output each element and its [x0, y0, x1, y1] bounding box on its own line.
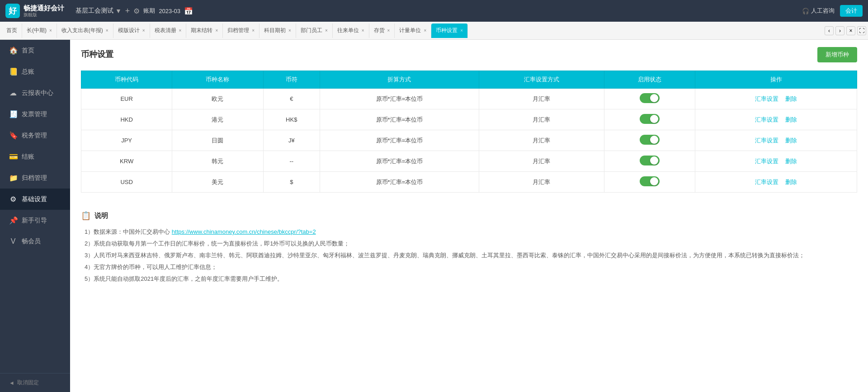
tab-fullscreen-button[interactable]: ⛶ [857, 26, 866, 35]
toggle-track-0 [640, 93, 660, 103]
sidebar-item-tax[interactable]: 🔖 税务管理 [0, 125, 70, 146]
tab-close-icon[interactable]: × [106, 28, 108, 33]
tabbar: 首页 长(中期) × 收入支出表(年报) × 模版设计 × 税表清册 × 期末结… [0, 22, 868, 40]
tab-inventory[interactable]: 存货 × [369, 24, 395, 38]
cell-code-0: EUR [81, 89, 172, 109]
chinamoney-link[interactable]: https://www.chinamoney.com.cn/chinese/bk… [172, 228, 316, 235]
table-row: KRW 韩元 -- 原币*汇率=本位币 月汇率 汇率设置 删除 [81, 151, 857, 172]
tab-close-icon[interactable]: × [424, 28, 426, 33]
delete-link-2[interactable]: 删除 [785, 137, 797, 144]
guide-icon: 📌 [9, 216, 17, 225]
currency-table: 币种代码 币种名称 币符 折算方式 汇率设置方式 启用状态 操作 EUR 欧元 … [81, 71, 857, 193]
tab-close-icon[interactable]: × [387, 28, 390, 33]
sidebar-item-ledger[interactable]: 📒 总账 [0, 61, 70, 82]
rate-settings-link-0[interactable]: 汇率设置 [755, 95, 778, 102]
cell-status-4[interactable] [604, 172, 695, 193]
sidebar-item-settlement[interactable]: 💳 结账 [0, 146, 70, 167]
table-row: HKD 港元 HK$ 原币*汇率=本位币 月汇率 汇率设置 删除 [81, 109, 857, 130]
settings-icon[interactable]: ⚙ [133, 7, 140, 15]
cell-symbol-0: € [263, 89, 320, 109]
sidebar-item-home[interactable]: 🏠 首页 [0, 40, 70, 61]
tab-medium-period[interactable]: 长(中期) × [22, 24, 57, 38]
rate-settings-link-1[interactable]: 汇率设置 [755, 116, 778, 123]
tab-contacts[interactable]: 往来单位 × [333, 24, 369, 38]
tab-navigation: ‹ › × ⛶ [825, 26, 866, 35]
tab-annual-report[interactable]: 收入支出表(年报) × [57, 24, 113, 38]
calendar-icon[interactable]: 📅 [184, 7, 193, 15]
toggle-switch-3[interactable] [640, 156, 660, 165]
sidebar-item-report-center[interactable]: ☁ 云报表中心 [0, 82, 70, 104]
tab-home[interactable]: 首页 [2, 24, 22, 38]
sidebar-item-guide[interactable]: 📌 新手引导 [0, 210, 70, 231]
cell-status-0[interactable] [604, 89, 695, 109]
note-item-2: 2）系统自动获取每月第一个工作日的汇率标价，统一为直接标价法，即1外币可以兑换的… [81, 238, 857, 250]
rate-settings-link-4[interactable]: 汇率设置 [755, 179, 778, 185]
sidebar: 🏠 首页 📒 总账 ☁ 云报表中心 🧾 发票管理 🔖 税务管理 💳 结账 [0, 40, 70, 392]
support-button[interactable]: 🎧 人工咨询 [802, 7, 835, 15]
logo-icon: 好 [5, 4, 20, 18]
tab-close-icon[interactable]: × [252, 28, 255, 33]
col-conversion: 折算方式 [320, 71, 479, 89]
rate-settings-link-3[interactable]: 汇率设置 [755, 158, 778, 165]
tab-close-icon[interactable]: × [362, 28, 364, 33]
tab-close-icon[interactable]: × [142, 28, 145, 33]
cell-rate-type-0: 月汇率 [479, 89, 604, 109]
tab-next-button[interactable]: › [835, 26, 844, 35]
new-currency-button[interactable]: 新增币种 [817, 47, 857, 62]
delete-link-0[interactable]: 删除 [785, 95, 797, 102]
sidebar-collapse-button[interactable]: ◄ 取消固定 [0, 373, 70, 392]
rate-settings-link-2[interactable]: 汇率设置 [755, 137, 778, 144]
add-workspace-icon[interactable]: + [125, 6, 130, 16]
sidebar-item-basic-settings[interactable]: ⚙ 基础设置 [0, 189, 70, 210]
sidebar-item-archive[interactable]: 📁 归档管理 [0, 167, 70, 189]
tab-prev-button[interactable]: ‹ [825, 26, 834, 35]
toggle-switch-0[interactable] [640, 93, 660, 103]
delete-link-3[interactable]: 删除 [785, 158, 797, 165]
account-button[interactable]: 会计 [840, 5, 863, 17]
workspace-selector[interactable]: 基层工会测试 ▼ [75, 7, 122, 15]
tab-close-icon[interactable]: × [460, 28, 463, 33]
cell-name-2: 日圆 [172, 130, 263, 151]
note-item-3: 3）人民币对马来西亚林吉特、俄罗斯卢布、南非兰特、韩元、阿联酋迪拉姆、沙特里亚尔… [81, 250, 857, 261]
tab-close-icon[interactable]: × [179, 28, 182, 33]
toggle-switch-4[interactable] [640, 176, 660, 186]
tab-close-all-button[interactable]: × [846, 26, 855, 35]
tab-close-icon[interactable]: × [325, 28, 328, 33]
tab-department-staff[interactable]: 部门员工 × [296, 24, 333, 38]
tab-currency-settings[interactable]: 币种设置 × [431, 24, 468, 38]
tab-close-icon[interactable]: × [215, 28, 218, 33]
tab-tax-register[interactable]: 税表清册 × [150, 24, 187, 38]
tab-template-design[interactable]: 模版设计 × [113, 24, 150, 38]
delete-link-4[interactable]: 删除 [785, 179, 797, 185]
tab-close-icon[interactable]: × [49, 28, 52, 33]
cell-status-1[interactable] [604, 109, 695, 130]
col-actions: 操作 [695, 71, 857, 89]
cell-code-4: USD [81, 172, 172, 193]
note-item-4: 4）无官方牌价的币种，可以用人工维护汇率信息； [81, 261, 857, 273]
logo-area: 好 畅捷通好会计 旗舰版 [5, 4, 75, 18]
sidebar-item-member[interactable]: V 畅会员 [0, 231, 70, 252]
tab-subject-initial[interactable]: 科目期初 × [259, 24, 296, 38]
toggle-track-3 [640, 156, 660, 165]
table-row: USD 美元 $ 原币*汇率=本位币 月汇率 汇率设置 删除 [81, 172, 857, 193]
main-layout: 🏠 首页 📒 总账 ☁ 云报表中心 🧾 发票管理 🔖 税务管理 💳 结账 [0, 40, 868, 392]
cell-rate-type-3: 月汇率 [479, 151, 604, 172]
content-area: 币种设置 新增币种 币种代码 币种名称 币符 折算方式 汇率设置方式 启用状态 … [70, 40, 868, 392]
col-code: 币种代码 [81, 71, 172, 89]
cell-rate-type-4: 月汇率 [479, 172, 604, 193]
cell-status-2[interactable] [604, 130, 695, 151]
tab-period-end[interactable]: 期末结转 × [186, 24, 223, 38]
sidebar-item-invoice[interactable]: 🧾 发票管理 [0, 104, 70, 125]
member-icon: V [9, 237, 17, 246]
tab-close-icon[interactable]: × [288, 28, 291, 33]
notes-section: 📋 说明 1）数据来源：中国外汇交易中心 https://www.chinamo… [81, 211, 857, 285]
cell-name-3: 韩元 [172, 151, 263, 172]
cell-symbol-2: J¥ [263, 130, 320, 151]
delete-link-1[interactable]: 删除 [785, 116, 797, 123]
toggle-switch-1[interactable] [640, 114, 660, 124]
tab-archive[interactable]: 归档管理 × [223, 24, 259, 38]
tab-unit[interactable]: 计量单位 × [395, 24, 431, 38]
cell-conversion-2: 原币*汇率=本位币 [320, 130, 479, 151]
cell-status-3[interactable] [604, 151, 695, 172]
toggle-switch-2[interactable] [640, 135, 660, 145]
